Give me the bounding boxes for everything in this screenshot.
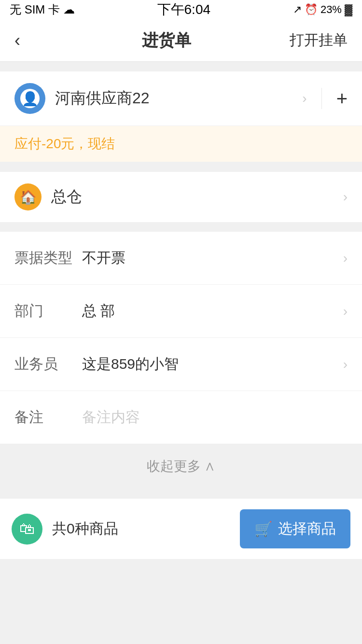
- invoice-type-row[interactable]: 票据类型 不开票 ›: [0, 232, 362, 285]
- salesperson-value: 这是859的小智: [82, 354, 343, 374]
- bag-icon: 🛍: [19, 520, 35, 538]
- vertical-divider: [321, 88, 322, 109]
- nav-bar: ‹ 进货单 打开挂单: [0, 19, 362, 62]
- battery-level: 23%: [320, 3, 342, 16]
- supplier-card: 👤 河南供应商22 › + 应付-20元，现结: [0, 71, 362, 162]
- remark-label: 备注: [14, 407, 82, 427]
- warehouse-name: 总仓: [51, 186, 343, 208]
- back-button[interactable]: ‹: [14, 30, 43, 51]
- collapse-row[interactable]: 收起更多 ∧: [0, 444, 362, 489]
- supplier-row[interactable]: 👤 河南供应商22 › +: [0, 71, 362, 126]
- remark-row[interactable]: 备注 备注内容: [0, 391, 362, 444]
- department-label: 部门: [14, 301, 82, 321]
- salesperson-row[interactable]: 业务员 这是859的小智 ›: [0, 338, 362, 391]
- balance-notice: 应付-20元，现结: [0, 126, 362, 162]
- open-pending-button[interactable]: 打开挂单: [290, 30, 348, 50]
- warehouse-chevron-right-icon: ›: [343, 189, 348, 205]
- department-value: 总 部: [82, 301, 343, 321]
- warehouse-icon: 🏠: [14, 183, 42, 210]
- avatar-inner: 👤: [20, 89, 40, 108]
- person-icon: 👤: [22, 91, 39, 107]
- bottom-bar: 🛍 共0种商品 🛒 选择商品: [0, 499, 362, 559]
- invoice-type-label: 票据类型: [14, 248, 82, 268]
- warehouse-row[interactable]: 🏠 总仓 ›: [0, 171, 362, 222]
- home-icon: 🏠: [20, 189, 37, 205]
- page-background: [0, 559, 362, 644]
- salesperson-chevron-right-icon: ›: [343, 357, 348, 372]
- page-title: 进货单: [142, 29, 191, 52]
- section-gap-1: [0, 62, 362, 71]
- cart-icon: 🛒: [254, 520, 272, 537]
- invoice-type-chevron-right-icon: ›: [343, 251, 348, 266]
- remark-input[interactable]: 备注内容: [82, 407, 348, 427]
- product-count-text: 共0种商品: [52, 519, 230, 539]
- alarm-icon: ⏰: [305, 3, 318, 16]
- status-time: 下午6:04: [157, 0, 211, 19]
- form-section: 票据类型 不开票 › 部门 总 部 › 业务员 这是859的小智 › 备注 备注…: [0, 232, 362, 444]
- status-right: ↗ ⏰ 23% ▓: [293, 3, 352, 16]
- status-left: 无 SIM 卡 ☁: [10, 2, 75, 17]
- select-product-label: 选择商品: [278, 519, 336, 539]
- sim-status: 无 SIM 卡 ☁: [10, 2, 75, 17]
- battery-icon: ▓: [345, 3, 352, 16]
- product-count-icon: 🛍: [12, 514, 42, 545]
- location-icon: ↗: [293, 3, 302, 16]
- select-product-button[interactable]: 🛒 选择商品: [240, 509, 350, 548]
- department-row[interactable]: 部门 总 部 ›: [0, 285, 362, 338]
- salesperson-label: 业务员: [14, 354, 82, 374]
- collapse-text: 收起更多 ∧: [147, 457, 216, 476]
- supplier-name: 河南供应商22: [55, 88, 302, 109]
- supplier-avatar: 👤: [14, 83, 45, 114]
- invoice-type-value: 不开票: [82, 248, 343, 268]
- supplier-chevron-right-icon: ›: [302, 91, 306, 106]
- department-chevron-right-icon: ›: [343, 304, 348, 319]
- status-bar: 无 SIM 卡 ☁ 下午6:04 ↗ ⏰ 23% ▓: [0, 0, 362, 19]
- add-supplier-button[interactable]: +: [336, 88, 348, 110]
